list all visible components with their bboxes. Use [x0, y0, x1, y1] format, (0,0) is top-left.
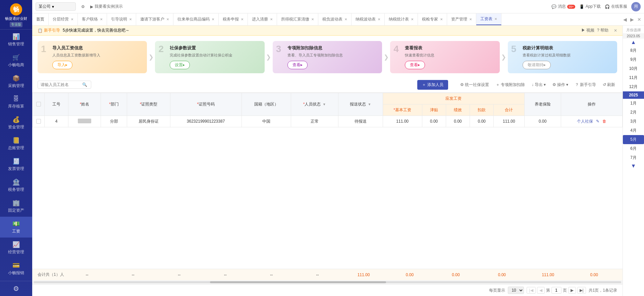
- tab-11[interactable]: 纳税统计表✕: [385, 13, 418, 25]
- step-action-btn[interactable]: 查看▸: [405, 61, 425, 69]
- tab-14[interactable]: 工资表✕: [476, 13, 501, 25]
- tab-10[interactable]: 纳税波动表✕: [352, 13, 385, 25]
- sidebar-item-税务管理[interactable]: 🏦 税务管理: [0, 175, 32, 196]
- report-sort-icon[interactable]: ▼: [368, 102, 371, 106]
- month-item-2月[interactable]: 2月: [623, 108, 644, 117]
- month-item-9月[interactable]: 9月: [623, 55, 644, 64]
- tab-13[interactable]: 资产管理✕: [447, 13, 476, 25]
- month-item-1月[interactable]: 1月: [623, 99, 644, 108]
- video-link[interactable]: ▶ 视频: [581, 28, 594, 33]
- page-size-select[interactable]: 10 20 50: [508, 287, 524, 294]
- horizontal-scrollbar[interactable]: [32, 280, 623, 284]
- sidebar-item-工资[interactable]: 💵 工资: [0, 217, 32, 238]
- company-selector[interactable]: 某公司 ▾: [36, 2, 76, 11]
- tab-close-icon[interactable]: ✕: [129, 17, 132, 21]
- step-action-btn[interactable]: 查看▸: [287, 61, 308, 69]
- select-all-checkbox[interactable]: [36, 102, 41, 107]
- row-checkbox[interactable]: [36, 119, 41, 124]
- month-item-3月[interactable]: 3月: [623, 117, 644, 126]
- sidebar-item-小畅电商[interactable]: 🛒 小畅电商: [0, 50, 32, 71]
- tab-close-all-btn[interactable]: ✕: [636, 16, 643, 23]
- tab-12[interactable]: 税检专家✕: [418, 13, 447, 25]
- tab-3[interactable]: 引导说明✕: [107, 13, 136, 25]
- tab-close-icon[interactable]: ✕: [270, 17, 273, 21]
- sidebar-item-固定资产[interactable]: 🏢 固定资产: [0, 196, 32, 217]
- page-input[interactable]: [551, 287, 561, 294]
- tab-close-icon[interactable]: ✕: [469, 17, 472, 21]
- tab-close-icon[interactable]: ✕: [440, 17, 443, 21]
- sidebar-item-资金管理[interactable]: 💰 资金管理: [0, 113, 32, 133]
- month-item-7月[interactable]: 7月: [623, 153, 644, 162]
- month-item-12月[interactable]: 12月: [623, 82, 644, 91]
- tab-0[interactable]: 首页: [32, 13, 49, 25]
- tab-close-icon[interactable]: ✕: [166, 17, 169, 21]
- social-insurance-btn[interactable]: ⚙ 统一社保设置: [458, 81, 491, 89]
- month-up-btn[interactable]: ▲: [630, 39, 637, 46]
- help-link[interactable]: ? 帮助: [597, 28, 608, 33]
- tab-1[interactable]: 分层经营✕: [49, 13, 78, 25]
- add-employee-btn[interactable]: ＋ 添加人员: [417, 80, 448, 90]
- special-deduction-btn[interactable]: ＋ 专项附加扣除: [494, 81, 527, 89]
- tab-close-icon[interactable]: ✕: [311, 17, 314, 21]
- month-item-11月[interactable]: 11月: [623, 73, 644, 82]
- tab-close-icon[interactable]: ✕: [71, 17, 73, 21]
- guide-close-btn[interactable]: ✕: [614, 28, 617, 33]
- search-icon[interactable]: 🔍: [82, 82, 87, 87]
- tab-close-icon[interactable]: ✕: [100, 17, 103, 21]
- tab-close-icon[interactable]: ✕: [241, 17, 244, 21]
- settings-btn[interactable]: ⚙: [78, 3, 88, 10]
- tab-7[interactable]: 进入清册✕: [248, 13, 277, 25]
- next-page-btn[interactable]: ▶: [568, 287, 576, 294]
- operation-btn[interactable]: ⚙ 操作 ▾: [550, 81, 570, 89]
- sidebar-item-经营管理[interactable]: 📈 经营管理: [0, 238, 32, 258]
- month-item-5月[interactable]: 5月: [623, 135, 644, 144]
- prev-page-btn[interactable]: ◀: [537, 287, 545, 294]
- sidebar-item-采购管理[interactable]: 📦 采购管理: [0, 71, 32, 92]
- tab-next-btn[interactable]: ▶: [629, 16, 635, 23]
- last-page-btn[interactable]: ▶|: [577, 287, 586, 294]
- avatar-btn[interactable]: 用: [631, 2, 641, 11]
- sidebar-item-小畅报销[interactable]: 💳 小畅报销: [0, 258, 32, 279]
- tab-prev-btn[interactable]: ◀: [622, 16, 628, 23]
- sidebar-item-发票管理[interactable]: 🧾 发票管理: [0, 154, 32, 175]
- tab-4[interactable]: 邀请下游客户✕: [136, 13, 173, 25]
- sidebar-item-总账管理[interactable]: 📒 总账管理: [0, 133, 32, 154]
- first-page-btn[interactable]: |◀: [527, 287, 535, 294]
- status-sort-icon[interactable]: ▼: [323, 102, 326, 106]
- add-btn-dropdown[interactable]: ▾: [448, 80, 455, 89]
- guide-btn[interactable]: ？ 新手引导: [573, 81, 598, 89]
- service-btn[interactable]: 🎧 在线客服: [605, 4, 627, 9]
- demo-btn[interactable]: ▶ 我要看实例演示: [90, 4, 123, 9]
- tab-close-icon[interactable]: ✕: [212, 17, 214, 21]
- delete-btn[interactable]: 🗑: [602, 119, 606, 124]
- scrollbar-thumb[interactable]: [210, 281, 386, 283]
- refresh-btn[interactable]: ↺ 刷新: [601, 81, 617, 89]
- sidebar-item-库存核算[interactable]: 🗄 库存核算: [0, 92, 32, 113]
- step-action-btn[interactable]: 敬请期待▸: [523, 61, 551, 69]
- step-action-btn[interactable]: 设置▸: [170, 61, 190, 69]
- step-action-btn[interactable]: 导入▸: [52, 61, 72, 69]
- search-box[interactable]: 🔍: [38, 81, 91, 89]
- month-item-6月[interactable]: 6月: [623, 144, 644, 153]
- tab-2[interactable]: 客户联络✕: [78, 13, 107, 25]
- month-item-4月[interactable]: 4月: [623, 126, 644, 135]
- month-item-10月[interactable]: 10月: [623, 64, 644, 73]
- tab-close-icon[interactable]: ✕: [344, 17, 347, 21]
- edit-btn[interactable]: ✎: [596, 119, 599, 124]
- month-down-btn[interactable]: ▼: [630, 162, 637, 170]
- export-btn[interactable]: ↓ 导出 ▾: [530, 81, 548, 89]
- message-btn[interactable]: 💬 消息 99+: [551, 4, 575, 9]
- tab-9[interactable]: 税负波动表✕: [318, 13, 352, 25]
- sidebar-settings[interactable]: ⚙: [0, 281, 32, 296]
- tab-8[interactable]: 所得税汇算清缴✕: [277, 13, 318, 25]
- tab-close-icon[interactable]: ✕: [494, 17, 497, 21]
- personal-insurance-btn[interactable]: 个人社保: [577, 119, 593, 124]
- tab-6[interactable]: 税务申报✕: [219, 13, 248, 25]
- search-input[interactable]: [41, 82, 81, 87]
- tab-close-icon[interactable]: ✕: [411, 17, 414, 21]
- tab-5[interactable]: 往来单位商品编码✕: [173, 13, 219, 25]
- tab-close-icon[interactable]: ✕: [378, 17, 380, 21]
- sidebar-item-销售管理[interactable]: 📊 销售管理: [0, 30, 32, 50]
- download-btn[interactable]: 📱 App下载: [579, 4, 601, 9]
- month-item-8月[interactable]: 8月: [623, 46, 644, 55]
